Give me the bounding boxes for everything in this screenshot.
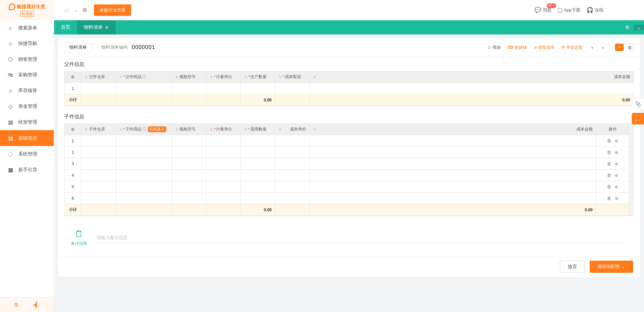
org-selector[interactable]: — ⌄ ⚙: [64, 7, 87, 13]
parent-subtotal-qty: 0.00: [241, 94, 275, 106]
parent-col-product[interactable]: ⇅*父件商品ⓘ: [116, 71, 172, 83]
video-link[interactable]: ▷视频: [488, 45, 501, 50]
parent-col-prod-qty[interactable]: ⇅*生产数量: [241, 71, 275, 83]
delete-icon[interactable]: 🗑: [607, 173, 611, 178]
fullscreen-button[interactable]: ⛶: [632, 113, 644, 124]
delete-icon[interactable]: 🗑: [607, 150, 611, 155]
messages-button[interactable]: 💬 消息 99 +: [535, 7, 551, 13]
save-new-label: 保存&新增: [597, 264, 619, 270]
brand-edition: 标准版: [20, 11, 34, 17]
online-support-button[interactable]: 🎧 在线: [587, 7, 603, 13]
add-row-icon[interactable]: ⊕: [615, 138, 618, 143]
child-col-warehouse[interactable]: ⇅子件仓库: [81, 124, 116, 135]
parent-col-cost-src[interactable]: ⇅*成本取值: [275, 71, 310, 83]
remark-label: 备注信息: [71, 241, 87, 246]
extract-icon: ⇲: [534, 45, 537, 50]
sidebar-item-6[interactable]: ▤经营管理: [0, 114, 54, 130]
child-col-cost-amt[interactable]: ⇅成本金额: [310, 124, 596, 135]
add-row-icon[interactable]: ⊕: [615, 161, 618, 166]
parent-col-spec[interactable]: ⇅规格型号: [172, 71, 206, 83]
tabstrip-close-button[interactable]: ✕: [620, 24, 634, 31]
footer: 放弃 保存&新增 ⌄: [58, 256, 640, 277]
sidebar-bottom: ⚙ ◂▎: [0, 297, 54, 312]
parent-col-config[interactable]: ⚙: [65, 71, 81, 83]
sidebar-item-5[interactable]: ◇资金管理: [0, 98, 54, 114]
try-industry-button[interactable]: 体验行业方案: [94, 4, 131, 16]
table-row[interactable]: 4🗑⊕: [65, 170, 629, 181]
sidebar-item-9[interactable]: ▦新手引导: [0, 162, 54, 178]
view-list-button[interactable]: ≡: [615, 44, 624, 51]
sidebar-item-0[interactable]: ⌕搜索菜单: [0, 20, 54, 36]
tab-home[interactable]: 首页: [54, 20, 77, 34]
sidebar-item-icon: ▤: [7, 119, 14, 125]
delete-icon[interactable]: 🗑: [607, 161, 611, 166]
prev-bill-arrow[interactable]: ◂: [589, 45, 594, 50]
sidebar-item-4[interactable]: ⌂库存核算: [0, 83, 54, 98]
view-card-button[interactable]: ▦: [625, 44, 634, 51]
bill-tab-chip[interactable]: 物料清单: [64, 42, 92, 53]
child-col-unit[interactable]: ⇅*计量单位: [206, 124, 241, 135]
collapse-sidebar-icon[interactable]: ◂▎: [33, 302, 40, 308]
next-bill-arrow[interactable]: ▸: [601, 45, 606, 50]
scrollbar[interactable]: [629, 124, 634, 216]
note-icon: 🗒: [75, 229, 83, 239]
add-row-icon[interactable]: ⊕: [615, 184, 618, 189]
save-new-button[interactable]: 保存&新增 ⌄: [590, 261, 633, 273]
tab-bom[interactable]: 物料清单 ✕: [77, 20, 116, 34]
sidebar-item-8[interactable]: ◌系统管理: [0, 146, 54, 162]
sidebar-item-2[interactable]: ⬡销售管理: [0, 51, 54, 67]
sidebar-item-icon: ◌: [7, 151, 14, 157]
scan-tag[interactable]: 扫码录入: [148, 126, 166, 132]
sidebar-item-1[interactable]: ⌂快捷导航: [0, 36, 54, 51]
table-row[interactable]: 6🗑⊕: [65, 193, 629, 204]
delete-icon[interactable]: 🗑: [607, 196, 611, 201]
doc-setting-link[interactable]: ⚙单据设置: [561, 45, 583, 50]
remark-input[interactable]: [95, 232, 627, 243]
sidebar-item-3[interactable]: 🛍采购管理: [0, 67, 54, 83]
sidebar-item-icon: ◇: [7, 103, 14, 110]
add-row-icon[interactable]: ⊕: [615, 150, 618, 155]
child-col-cost-price[interactable]: ⇅成本单价: [275, 124, 310, 135]
table-row[interactable]: 1🗑⊕: [65, 135, 629, 147]
table-row[interactable]: 3🗑⊕: [65, 158, 629, 170]
shortcut-link[interactable]: ⌨快捷键: [507, 45, 527, 50]
child-col-product[interactable]: ⇅*子件商品ⓘ扫码录入: [116, 124, 172, 135]
headset-icon: 🎧: [587, 7, 593, 13]
add-row-icon[interactable]: ⊕: [615, 173, 618, 178]
table-row[interactable]: 5🗑⊕: [65, 181, 629, 193]
settings-icon[interactable]: ⚙: [14, 302, 19, 308]
parent-col-unit[interactable]: ⇅*计量单位: [206, 71, 241, 83]
sidebar-item-icon: ⬡: [7, 56, 14, 63]
bill-header: 物料清单 物料清单编码 0000001 ▷视频 ⌨快捷键 ⇲提取成本 ⚙单据设置…: [58, 39, 640, 56]
discard-button[interactable]: 放弃: [560, 261, 585, 273]
info-icon: ⓘ: [142, 74, 146, 80]
sidebar-item-label: 新手引导: [18, 167, 37, 173]
delete-icon[interactable]: 🗑: [607, 138, 611, 143]
close-icon[interactable]: ✕: [105, 25, 109, 30]
child-col-need-qty[interactable]: ⇅*需用数量: [241, 124, 275, 135]
sidebar-item-label: 销售管理: [18, 56, 37, 63]
remark-card: 🗒 备注信息: [62, 222, 636, 253]
add-row-icon[interactable]: ⊕: [615, 196, 618, 201]
sidebar-item-label: 搜索菜单: [18, 25, 37, 31]
child-col-spec[interactable]: ⇅规格型号: [172, 124, 206, 135]
sidebar-item-7[interactable]: ▤基础信息: [0, 130, 54, 146]
child-section-title: 子件信息: [58, 109, 640, 123]
sidebar-item-label: 资金管理: [18, 103, 37, 110]
delete-icon[interactable]: 🗑: [607, 184, 611, 189]
table-row[interactable]: 2🗑⊕: [65, 147, 629, 158]
extract-cost-link[interactable]: ⇲提取成本: [534, 45, 554, 50]
gear-icon: ⚙: [71, 127, 75, 132]
remark-badge: 🗒 备注信息: [71, 229, 87, 246]
parent-col-warehouse[interactable]: ⇅父件仓库: [81, 71, 116, 83]
messages-badge: 99 +: [547, 3, 556, 8]
parent-subtotal-amt: 0.00: [310, 94, 634, 106]
attachment-button[interactable]: 📎: [632, 98, 644, 110]
gear-icon: ⚙: [71, 75, 75, 79]
table-row[interactable]: 1: [65, 83, 634, 94]
app-download-button[interactable]: ▢ App下载: [558, 7, 580, 13]
parent-col-cost-amt[interactable]: ⇅成本金额: [310, 71, 634, 83]
gear-icon[interactable]: ⚙: [82, 7, 87, 13]
tabstrip-more-button[interactable]: ⌄: [634, 25, 644, 30]
child-col-config[interactable]: ⚙: [65, 124, 81, 135]
